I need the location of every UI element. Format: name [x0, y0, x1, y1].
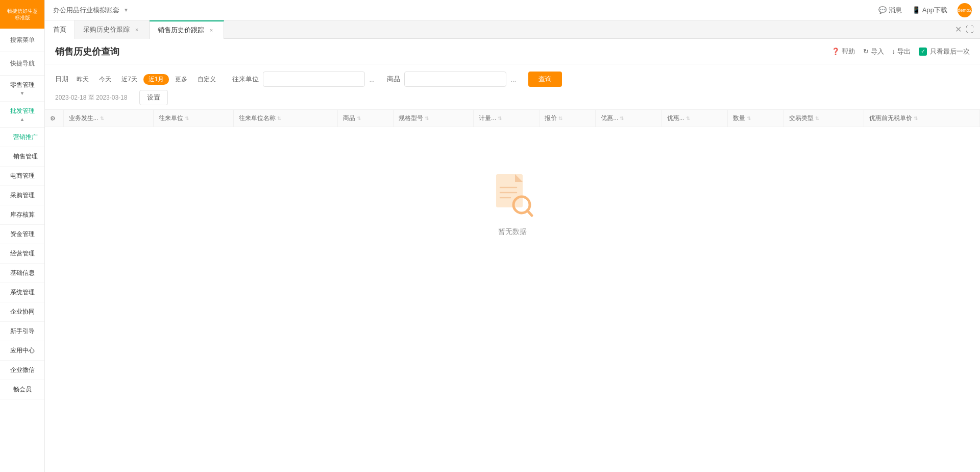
col-pre-tax-price[interactable]: 优惠前无税单价 ⇅: [864, 110, 979, 127]
date-range-display: 2023-02-18 至 2023-03-18: [55, 93, 127, 102]
app-download-button[interactable]: 📱 App下载: [912, 6, 947, 15]
help-button[interactable]: ❓ 帮助: [831, 47, 855, 56]
message-icon: 💬: [878, 6, 887, 14]
sidebar-item-quick-nav[interactable]: 快捷导航: [3, 56, 41, 71]
sidebar-item-system[interactable]: 系统管理: [0, 283, 44, 302]
tab-close-purchase-history[interactable]: ×: [133, 26, 141, 34]
close-all-tabs-icon[interactable]: ✕: [955, 25, 962, 34]
sidebar-item-retail[interactable]: 零售管理 ▼: [0, 76, 44, 102]
avatar: demo2: [958, 3, 972, 17]
date-btn-today[interactable]: 今天: [95, 74, 115, 85]
sidebar-item-operation[interactable]: 经营管理: [0, 244, 44, 264]
sidebar-item-sales[interactable]: 销售管理: [0, 147, 44, 167]
sort-icon: ⇅: [185, 115, 189, 121]
filter-row-1: 日期 昨天 今天 近7天 近1月 更多 自定义 往来单位: [55, 72, 970, 87]
tab-purchase-history[interactable]: 采购历史价跟踪 ×: [75, 20, 150, 39]
col-trade-type[interactable]: 交易类型 ⇅: [783, 110, 864, 127]
sidebar-item-marketing[interactable]: 营销推广: [0, 128, 44, 147]
col-discount1[interactable]: 优惠... ⇅: [596, 110, 662, 127]
partner-input[interactable]: [263, 72, 365, 87]
main-content: 办公用品行业模拟账套 ▼ 💬 消息 📱 App下载 demo2 首页 采购历: [45, 0, 980, 472]
sidebar-item-inventory[interactable]: 库存核算: [0, 205, 44, 225]
product-filter-label: 商品: [387, 75, 400, 84]
col-partner-code[interactable]: 往来单位 ⇅: [153, 110, 233, 127]
tab-sales-history[interactable]: 销售历史价跟踪 ×: [150, 20, 224, 39]
col-unit[interactable]: 计量... ⇅: [474, 110, 540, 127]
sidebar-search-section: 搜索菜单: [0, 29, 44, 52]
maximize-icon[interactable]: ⛶: [966, 25, 974, 34]
product-input[interactable]: [404, 72, 506, 87]
workspace-selector[interactable]: 办公用品行业模拟账套 ▼: [53, 6, 129, 15]
date-btn-custom[interactable]: 自定义: [193, 74, 220, 85]
sort-icon: ⇅: [914, 115, 918, 121]
empty-state: 暂无数据: [45, 127, 980, 277]
sort-icon: ⇅: [277, 115, 281, 121]
col-spec[interactable]: 规格型号 ⇅: [394, 110, 474, 127]
date-filter-group: 日期 昨天 今天 近7天 近1月 更多 自定义: [55, 74, 220, 85]
header-actions: 💬 消息 📱 App下载 demo2: [878, 3, 972, 17]
search-button[interactable]: 查询: [528, 72, 562, 87]
top-header: 办公用品行业模拟账套 ▼ 💬 消息 📱 App下载 demo2: [45, 0, 980, 20]
table-header-row: ⚙ 业务发生... ⇅ 往来单位: [45, 110, 980, 127]
only-last-checkbox[interactable]: ✓ 只看最后一次: [919, 47, 970, 56]
date-btn-yesterday[interactable]: 昨天: [72, 74, 93, 85]
sidebar-item-ecommerce[interactable]: 电商管理: [0, 167, 44, 186]
sidebar-item-membership[interactable]: 畅会员: [0, 380, 44, 399]
export-button[interactable]: ↓ 导出: [892, 47, 911, 56]
filter-row-2: 2023-02-18 至 2023-03-18 设置: [55, 90, 970, 105]
filter-bar: 日期 昨天 今天 近7天 近1月 更多 自定义 往来单位: [45, 64, 980, 110]
product-ellipsis-btn[interactable]: ...: [510, 76, 516, 83]
workspace-name: 办公用品行业模拟账套: [53, 6, 119, 15]
col-discount2[interactable]: 优惠... ⇅: [662, 110, 727, 127]
checkbox-icon: ✓: [919, 48, 927, 56]
table-settings-icon[interactable]: ⚙: [50, 115, 56, 122]
sort-icon: ⇅: [425, 115, 429, 121]
col-partner-name[interactable]: 往来单位名称 ⇅: [233, 110, 337, 127]
col-biz-date[interactable]: 业务发生... ⇅: [63, 110, 153, 127]
message-button[interactable]: 💬 消息: [878, 6, 902, 15]
sidebar-item-guide[interactable]: 新手引导: [0, 322, 44, 341]
sidebar-item-app-center[interactable]: 应用中心: [0, 341, 44, 361]
tab-close-sales-history[interactable]: ×: [207, 26, 215, 34]
tabs-actions: ✕ ⛶: [955, 25, 980, 34]
date-btn-last1m[interactable]: 近1月: [143, 74, 169, 85]
sort-icon: ⇅: [620, 115, 624, 121]
app-logo[interactable]: 畅捷信好生意 标准版: [0, 0, 45, 29]
help-icon: ❓: [831, 48, 840, 55]
sidebar-item-enterprise[interactable]: 企业协同: [0, 302, 44, 322]
sort-icon: ⇅: [498, 115, 502, 121]
page-title: 销售历史价查询: [55, 45, 119, 58]
sidebar-item-corp-wechat[interactable]: 企业微信: [0, 361, 44, 380]
product-filter-group: 商品 ...: [387, 72, 516, 87]
data-table: ⚙ 业务发生... ⇅ 往来单位: [45, 110, 980, 127]
col-price[interactable]: 报价 ⇅: [540, 110, 596, 127]
logo-text: 畅捷信好生意 标准版: [7, 8, 38, 21]
export-icon: ↓: [892, 48, 896, 55]
col-product[interactable]: 商品 ⇅: [337, 110, 394, 127]
sidebar-item-finance[interactable]: 资金管理: [0, 225, 44, 244]
sidebar-item-search[interactable]: 搜索菜单: [3, 33, 41, 48]
page-inner: 销售历史价查询 ❓ 帮助 ↻ 导入 ↓ 导出 ✓: [45, 39, 980, 277]
svg-line-6: [527, 210, 532, 216]
table-header: ⚙ 业务发生... ⇅ 往来单位: [45, 110, 980, 127]
date-btn-last7[interactable]: 近7天: [117, 74, 141, 85]
import-icon: ↻: [863, 48, 869, 55]
sidebar-item-wholesale[interactable]: 批发管理 ▲: [0, 102, 44, 128]
tab-home[interactable]: 首页: [45, 20, 75, 39]
table-container: ⚙ 业务发生... ⇅ 往来单位: [45, 110, 980, 277]
user-profile-button[interactable]: demo2: [958, 3, 972, 17]
partner-filter-label: 往来单位: [232, 75, 259, 84]
table-settings-column[interactable]: ⚙: [45, 110, 63, 127]
sort-icon: ⇅: [815, 115, 819, 121]
download-icon: 📱: [912, 6, 920, 14]
partner-ellipsis-btn[interactable]: ...: [369, 76, 375, 83]
partner-filter-group: 往来单位 ...: [232, 72, 375, 87]
import-button[interactable]: ↻ 导入: [863, 47, 884, 56]
date-filter-label: 日期: [55, 75, 68, 84]
sort-icon: ⇅: [100, 115, 104, 121]
col-quantity[interactable]: 数量 ⇅: [728, 110, 784, 127]
sidebar-item-purchase[interactable]: 采购管理: [0, 186, 44, 205]
sidebar-item-basic[interactable]: 基础信息: [0, 264, 44, 283]
filter-settings-button[interactable]: 设置: [139, 90, 168, 105]
date-btn-more[interactable]: 更多: [171, 74, 191, 85]
